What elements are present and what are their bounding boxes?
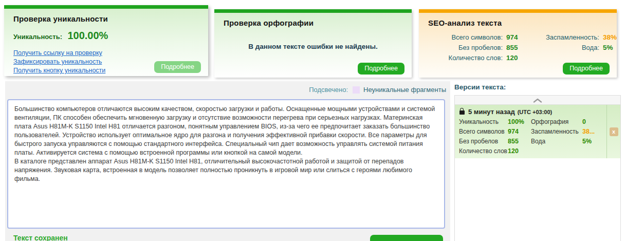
uniqueness-label: Уникальность: — [13, 33, 62, 41]
link-get-check-url[interactable]: Получить ссылку на проверку — [13, 49, 208, 58]
version-entry-side: x — [606, 105, 620, 158]
seo-no-spaces-label: Без пробелов: — [430, 44, 506, 51]
lock-icon — [459, 110, 465, 115]
seo-no-spaces-value: 855 — [506, 44, 537, 51]
version-total-chars-label: Всего символов — [459, 128, 508, 135]
version-spam-label: Заспамленность — [531, 128, 582, 135]
seo-stats: Всего символов: 974 Заспамленность: 38% … — [430, 33, 617, 62]
seo-word-count-value: 120 — [506, 54, 537, 62]
uniqueness-card-accent-bar — [4, 5, 208, 9]
version-spam-value: 38... — [582, 128, 602, 135]
page: Проверка уникальности Уникальность: 100.… — [0, 0, 644, 241]
seo-word-count-label: Количество слов: — [430, 54, 506, 62]
seo-water-value: 5% — [603, 44, 617, 51]
spelling-card-title: Проверка орфографии — [214, 13, 412, 27]
spelling-result-message: В данном тексте ошибки не найдены. — [214, 43, 412, 50]
versions-heading: Версии текста: — [454, 83, 506, 91]
version-time: 5 минут назад — [468, 108, 515, 116]
seo-spam-label: Заспамленность: — [537, 33, 603, 41]
uniqueness-value: 100.00% — [67, 30, 108, 41]
version-no-spaces-value: 855 — [508, 138, 531, 145]
version-uniqueness-label: Уникальность — [459, 118, 508, 125]
highlight-legend-text: Неуникальные фрагменты — [363, 86, 446, 94]
version-total-chars-value: 974 — [508, 128, 531, 135]
version-spelling-label: Орфография — [531, 118, 582, 125]
uniqueness-card-title: Проверка уникальности — [4, 9, 208, 23]
seo-card-accent-bar — [419, 9, 617, 13]
spelling-more-button[interactable]: Подробнее — [358, 63, 404, 75]
spelling-card-accent-bar — [214, 9, 412, 13]
seo-more-button[interactable]: Подробнее — [563, 63, 610, 75]
seo-analysis-card: SEO-анализ текста Всего символов: 974 За… — [419, 9, 617, 78]
uniqueness-more-button[interactable]: Подробнее — [154, 61, 201, 73]
close-icon[interactable]: x — [610, 127, 618, 136]
version-stats: Уникальность 100% Орфография 0 Всего сим… — [459, 118, 602, 155]
check-text-button[interactable] — [370, 235, 443, 241]
highlight-label: Подсвечено: — [309, 86, 348, 94]
version-spelling-value: 0 — [582, 118, 602, 125]
highlight-color-swatch — [353, 86, 360, 94]
highlight-legend: Подсвечено: Неуникальные фрагменты — [309, 86, 446, 94]
version-no-spaces-label: Без пробелов — [459, 138, 508, 145]
version-timezone: (UTC +03:00) — [518, 108, 553, 115]
saved-status-text: Текст сохранен — [13, 234, 68, 241]
version-word-count-value: 120 — [508, 147, 531, 155]
version-water-value: 5% — [582, 138, 602, 145]
seo-total-chars-value: 974 — [506, 33, 537, 41]
versions-panel: 5 минут назад (UTC +03:00) Уникальность … — [454, 95, 621, 241]
version-water-label: Вода — [531, 138, 582, 145]
text-input[interactable]: Большинство компьютеров отличаются высок… — [7, 99, 445, 229]
seo-card-title: SEO-анализ текста — [419, 13, 617, 27]
seo-total-chars-label: Всего символов: — [430, 33, 506, 41]
uniqueness-check-card: Проверка уникальности Уникальность: 100.… — [4, 5, 208, 76]
seo-spam-value: 38% — [603, 33, 617, 41]
seo-water-label: Вода: — [537, 44, 603, 51]
versions-collapse-bar[interactable] — [455, 96, 620, 105]
version-entry-details: 5 минут назад (UTC +03:00) Уникальность … — [455, 105, 606, 158]
editor-panel: Подсвечено: Неуникальные фрагменты Больш… — [5, 81, 450, 241]
version-entry[interactable]: 5 минут назад (UTC +03:00) Уникальность … — [455, 105, 620, 158]
version-uniqueness-value: 100% — [508, 118, 531, 125]
version-word-count-label: Количество слов — [459, 147, 508, 155]
spelling-check-card: Проверка орфографии В данном тексте ошиб… — [214, 9, 412, 78]
chevron-up-icon — [533, 96, 542, 105]
